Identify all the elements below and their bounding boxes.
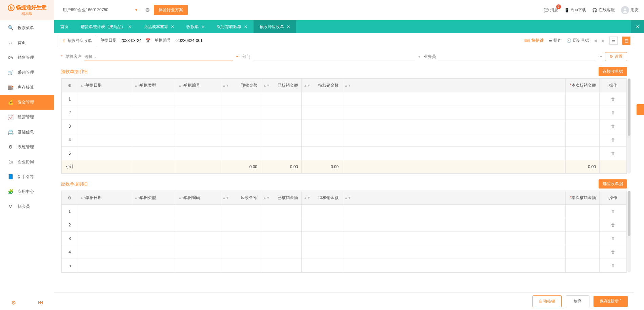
col-no[interactable]: ▲▼单据编码: [176, 191, 220, 205]
header-gear-icon[interactable]: ⚙: [145, 7, 150, 13]
view-compact-button[interactable]: ☰: [609, 37, 618, 45]
tab-close-icon[interactable]: ✕: [201, 24, 205, 29]
tab-5[interactable]: 预收冲应收单✕: [254, 20, 296, 33]
sidebar-item-label: 销售管理: [18, 55, 34, 61]
scrollbar[interactable]: [627, 191, 631, 272]
app-download-link[interactable]: 📱App下载: [564, 7, 586, 13]
shortcut-link[interactable]: ⌨快捷键: [524, 38, 544, 43]
sidebar-item-1[interactable]: ⌂首页: [0, 35, 54, 50]
table-row[interactable]: 1🗑: [62, 92, 627, 106]
col-this-write[interactable]: *本次核销金额: [566, 79, 600, 92]
col-pending-amt[interactable]: ▲▼待核销金额: [302, 191, 342, 205]
company-dropdown[interactable]: 用户690企业1660120750 ▼: [60, 5, 141, 15]
sidebar-item-12[interactable]: V畅会员: [0, 199, 54, 214]
col-type[interactable]: ▲▼单据类型: [132, 79, 176, 92]
sales-input[interactable]: [439, 52, 596, 61]
delete-row-icon[interactable]: 🗑: [611, 137, 615, 142]
sidebar-collapse-icon[interactable]: ⏮: [27, 295, 54, 310]
tab-2[interactable]: 商品成本重算✕: [138, 20, 180, 33]
prev-record-button[interactable]: ◀: [594, 38, 597, 43]
sidebar-item-4[interactable]: 🏬库存核算: [0, 80, 54, 95]
tab-close-icon[interactable]: ✕: [128, 24, 132, 29]
customer-input[interactable]: [84, 52, 233, 61]
table-row[interactable]: 5🗑: [62, 147, 627, 160]
delete-row-icon[interactable]: 🗑: [611, 209, 615, 214]
sidebar-item-2[interactable]: 🛍销售管理: [0, 50, 54, 65]
table-gear-button[interactable]: ⚙: [62, 79, 78, 92]
service-label: 在线客服: [599, 7, 615, 13]
sidebar-item-5[interactable]: 💰资金管理: [0, 95, 54, 110]
delete-row-icon[interactable]: 🗑: [611, 263, 615, 268]
messages-link[interactable]: 💬 消息 6: [544, 7, 558, 13]
subtotal-thiswrite: 0.00: [566, 160, 600, 174]
service-link[interactable]: 🎧在线客服: [592, 7, 615, 13]
delete-row-icon[interactable]: 🗑: [611, 124, 615, 129]
delete-row-icon[interactable]: 🗑: [611, 110, 615, 115]
operations-link[interactable]: ☰操作: [548, 38, 562, 43]
save-button[interactable]: 保存&新增 ˄: [593, 296, 628, 307]
sidebar-item-6[interactable]: 📈经营管理: [0, 110, 54, 125]
col-this-write[interactable]: *本次核销金额: [566, 191, 600, 205]
try-plan-button[interactable]: 体验行业方案: [154, 5, 188, 15]
date-value[interactable]: 2023-03-24: [121, 38, 141, 43]
tab-0[interactable]: 首页: [54, 20, 75, 33]
delete-row-icon[interactable]: 🗑: [611, 250, 615, 254]
table-row[interactable]: 1🗑: [62, 205, 627, 218]
table-row[interactable]: 2🗑: [62, 106, 627, 119]
sidebar-settings-icon[interactable]: ⚙: [0, 295, 27, 310]
col-written-amt[interactable]: ▲▼已核销金额: [261, 191, 302, 205]
col-date[interactable]: ▲▼单据日期: [78, 191, 132, 205]
delete-row-icon[interactable]: 🗑: [611, 97, 615, 102]
tab-close-icon[interactable]: ✕: [171, 24, 174, 29]
tab-3[interactable]: 收款单✕: [180, 20, 211, 33]
tab-4[interactable]: 银行存取款单✕: [211, 20, 254, 33]
table-row[interactable]: 3🗑: [62, 119, 627, 133]
tab-close-icon[interactable]: ✕: [244, 24, 247, 29]
right-rail-tab[interactable]: [637, 104, 644, 115]
table-row[interactable]: 3🗑: [62, 232, 627, 245]
col-pending-amt[interactable]: ▲▼待核销金额: [302, 79, 342, 92]
sidebar-item-7[interactable]: 📇基础信息: [0, 125, 54, 139]
discard-button[interactable]: 放弃: [566, 295, 589, 307]
history-link[interactable]: 🕘历史单据: [566, 38, 589, 43]
col-prepay-amt[interactable]: ▲▼预收金额: [220, 79, 261, 92]
dept-select[interactable]: [253, 52, 415, 61]
sales-lookup-button[interactable]: ⋯: [598, 54, 602, 59]
col-flex[interactable]: ▲▼: [342, 79, 566, 92]
delete-row-icon[interactable]: 🗑: [611, 223, 615, 227]
sidebar-item-8[interactable]: ⚙系统管理: [0, 139, 54, 154]
table-gear-button[interactable]: ⚙: [62, 191, 78, 205]
next-record-button[interactable]: ▶: [602, 38, 605, 43]
sidebar-item-9[interactable]: 🗂企业协同: [0, 154, 54, 169]
col-flex[interactable]: ▲▼: [342, 191, 566, 205]
sidebar-item-0[interactable]: 🔍搜索菜单: [0, 20, 54, 35]
col-written-amt[interactable]: ▲▼已核销金额: [261, 79, 302, 92]
auto-writeoff-button[interactable]: 自动核销: [532, 295, 562, 307]
close-all-tabs-button[interactable]: ✕: [631, 20, 644, 33]
table-row[interactable]: 4🗑: [62, 245, 627, 259]
calendar-icon[interactable]: 📅: [145, 38, 150, 43]
table-row[interactable]: 2🗑: [62, 218, 627, 232]
view-detail-button[interactable]: ▤: [622, 37, 630, 45]
col-receivable-amt[interactable]: ▲▼应收金额: [220, 191, 261, 205]
tab-close-icon[interactable]: ✕: [287, 24, 290, 29]
page-tab[interactable]: 🗎 预收冲应收单: [58, 35, 96, 47]
sidebar-item-11[interactable]: 🧩应用中心: [0, 184, 54, 199]
col-type[interactable]: ▲▼单据类型: [132, 191, 176, 205]
table-row[interactable]: 5🗑: [62, 259, 627, 272]
delete-row-icon[interactable]: 🗑: [611, 151, 615, 156]
user-menu[interactable]: 用友: [621, 6, 639, 14]
delete-row-icon[interactable]: 🗑: [611, 236, 615, 241]
select-receivable-button[interactable]: 选应收单据: [599, 179, 627, 189]
select-prepay-button[interactable]: 选预收单据: [599, 67, 627, 76]
settings-button[interactable]: ⚙设置: [605, 52, 627, 61]
sidebar-item-3[interactable]: 🛒采购管理: [0, 65, 54, 80]
table-row[interactable]: 4🗑: [62, 133, 627, 147]
tab-1[interactable]: 进货单统计表（按商品）✕: [75, 20, 138, 33]
customer-lookup-button[interactable]: ⋯: [236, 54, 240, 59]
col-date[interactable]: ▲▼单据日期: [78, 79, 132, 92]
col-no[interactable]: ▲▼单据编号: [176, 79, 220, 92]
scrollbar[interactable]: [627, 79, 631, 174]
sidebar-item-10[interactable]: 📘新手引导: [0, 169, 54, 184]
chevron-down-icon: ▼: [135, 8, 138, 12]
